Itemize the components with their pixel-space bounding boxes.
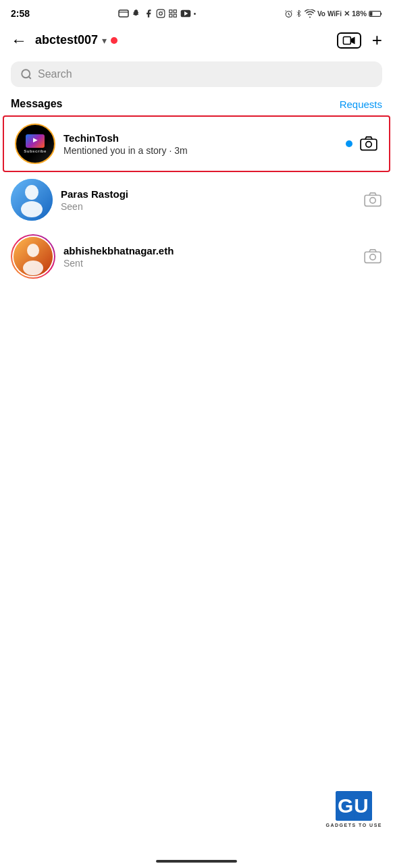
header-right: + xyxy=(337,30,382,51)
back-button[interactable]: ← xyxy=(11,31,27,50)
svg-point-20 xyxy=(366,142,371,147)
status-bar: 2:58 • xyxy=(0,0,393,24)
bluetooth-icon xyxy=(295,9,303,18)
dot-icon: • xyxy=(194,10,196,18)
facebook-icon xyxy=(144,9,153,18)
avatar-paras xyxy=(11,179,53,221)
home-indicator xyxy=(156,860,237,863)
signal-vo-icon: Vo xyxy=(317,10,325,18)
header: ← abctest007 ▾ + xyxy=(0,24,393,59)
message-name-abhishek: abhishekbhatnagar.eth xyxy=(63,245,355,256)
svg-point-23 xyxy=(21,201,43,217)
message-preview-techintosh: Mentioned you in a story · 3m xyxy=(63,145,338,156)
status-icons: • xyxy=(118,9,196,18)
avatar-abhishek-art xyxy=(14,237,53,276)
svg-rect-14 xyxy=(381,12,382,14)
avatar-container-abhishek xyxy=(11,234,55,279)
search-placeholder: Search xyxy=(38,68,72,80)
message-name-techintosh: TechinTosh xyxy=(63,132,338,144)
svg-line-18 xyxy=(28,76,30,78)
message-content-paras: Paras Rastogi Seen xyxy=(61,188,355,212)
search-bar[interactable]: Search xyxy=(11,61,382,87)
unread-indicator-techintosh xyxy=(346,140,352,147)
message-actions-paras xyxy=(363,192,382,207)
svg-rect-0 xyxy=(119,10,128,17)
watermark-logo: G U xyxy=(336,791,372,821)
svg-rect-29 xyxy=(365,252,381,263)
video-icon xyxy=(342,36,356,45)
svg-point-17 xyxy=(22,70,30,78)
status-right: Vo WiFi ✕ 18% xyxy=(284,9,382,18)
svg-marker-16 xyxy=(350,36,355,44)
svg-point-3 xyxy=(159,12,162,16)
messages-header: Messages Requests xyxy=(0,95,393,115)
message-item-techintosh[interactable]: ▶ Subscribe TechinTosh Mentioned you in … xyxy=(3,115,390,172)
message-actions-techintosh xyxy=(346,136,378,151)
svg-rect-7 xyxy=(169,14,172,17)
svg-rect-13 xyxy=(370,11,373,16)
svg-rect-6 xyxy=(174,10,176,13)
story-ring-abhishek xyxy=(11,234,55,279)
message-preview-abhishek: Sent xyxy=(63,258,355,269)
svg-point-28 xyxy=(23,261,43,275)
username-label: abctest007 xyxy=(35,33,98,47)
message-preview-paras: Seen xyxy=(61,201,355,212)
search-container: Search xyxy=(0,59,393,95)
watermark-text: GADGETS TO USE xyxy=(326,823,383,828)
battery-percent: 18% xyxy=(352,9,367,18)
avatar-paras-art xyxy=(11,179,53,221)
message-status-icon xyxy=(118,9,129,18)
add-button[interactable]: + xyxy=(372,30,382,51)
header-left: ← abctest007 ▾ xyxy=(11,31,117,50)
svg-rect-24 xyxy=(365,195,381,206)
avatar-abhishek xyxy=(14,237,53,276)
messages-title: Messages xyxy=(11,98,63,110)
svg-point-4 xyxy=(162,11,163,11)
signal-wifi-icon: WiFi xyxy=(328,10,342,18)
battery-icon xyxy=(369,10,382,18)
video-call-button[interactable] xyxy=(337,32,361,49)
message-item-paras[interactable]: Paras Rastogi Seen xyxy=(0,172,393,227)
message-content-techintosh: TechinTosh Mentioned you in a story · 3m xyxy=(63,132,338,156)
status-time: 2:58 xyxy=(11,8,30,19)
message-content-abhishek: abhishekbhatnagar.eth Sent xyxy=(63,245,355,269)
svg-point-25 xyxy=(370,198,375,203)
dropdown-arrow-icon[interactable]: ▾ xyxy=(102,35,107,46)
watermark-logo-container: G U GADGETS TO USE xyxy=(326,791,383,828)
search-icon xyxy=(20,68,32,80)
message-actions-abhishek xyxy=(363,249,382,264)
wifi-icon xyxy=(305,9,315,18)
snapchat-icon xyxy=(132,9,141,18)
svg-point-30 xyxy=(370,254,375,260)
watermark: G U GADGETS TO USE xyxy=(326,791,383,828)
grid-icon xyxy=(168,9,178,18)
camera-icon-abhishek[interactable] xyxy=(363,249,382,264)
camera-icon-paras[interactable] xyxy=(363,192,382,207)
svg-text:G: G xyxy=(338,794,353,817)
requests-link[interactable]: Requests xyxy=(340,99,382,110)
gu-logo-art: G U xyxy=(336,791,372,821)
youtube-icon xyxy=(180,9,191,18)
svg-rect-15 xyxy=(343,36,350,44)
instagram-icon xyxy=(156,9,165,18)
svg-rect-8 xyxy=(174,14,176,17)
alarm-icon xyxy=(284,9,293,18)
message-name-paras: Paras Rastogi xyxy=(61,188,355,200)
message-item-abhishek[interactable]: abhishekbhatnagar.eth Sent xyxy=(0,227,393,286)
svg-point-22 xyxy=(25,185,38,200)
svg-rect-2 xyxy=(157,9,165,18)
username-area: abctest007 ▾ xyxy=(35,33,117,47)
svg-point-27 xyxy=(27,244,39,257)
avatar-container-paras xyxy=(11,179,53,221)
svg-rect-5 xyxy=(169,10,172,13)
avatar-techintosh: ▶ Subscribe xyxy=(15,124,55,164)
online-dot xyxy=(111,37,117,44)
camera-icon-techintosh[interactable] xyxy=(359,136,378,151)
svg-rect-19 xyxy=(361,139,377,150)
signal-x-icon: ✕ xyxy=(344,9,350,18)
avatar-container-techintosh: ▶ Subscribe xyxy=(15,124,55,164)
